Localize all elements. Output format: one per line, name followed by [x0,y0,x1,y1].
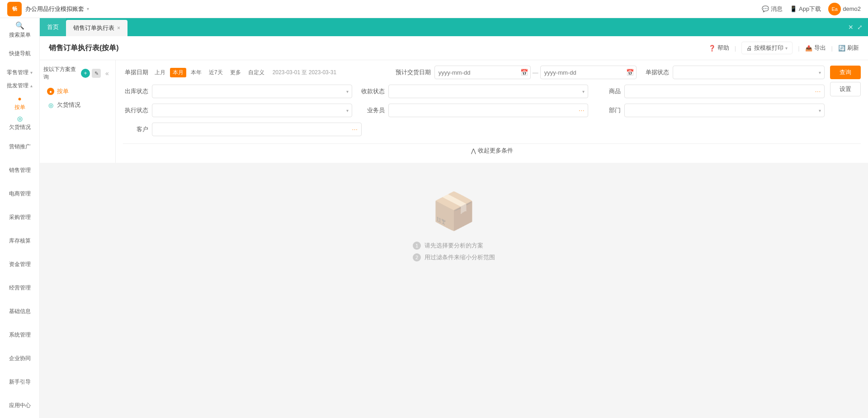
filter-plan-title: 按以下方案查询 + ✎ « [43,66,112,81]
date-tab-thisyear[interactable]: 本年 [188,68,204,77]
chevron-up-icon: ▴ [30,83,33,88]
app-selector-arrow-icon: ▾ [87,6,89,11]
sidebar-item-wholesale[interactable]: 批发管理 ▴ [0,78,39,91]
sidebar-item-capital[interactable]: 资金管理 [0,252,39,276]
close-window-icon[interactable]: ✕ [848,24,854,31]
app-logo: 畅 [7,2,22,16]
refresh-icon: 🔄 [838,45,845,52]
salesperson-control: ··· [388,104,589,117]
sidebar-item-ecommerce[interactable]: 电商管理 [0,182,39,205]
execstatus-label: 执行状态 [123,106,148,114]
filter-item-execstatus: 执行状态 ▾ [123,104,352,117]
date-tab-custom[interactable]: 自定义 [245,68,267,77]
tab-close-icon[interactable]: × [117,25,120,31]
sidebar-item-sales[interactable]: 销售管理 [0,158,39,182]
empty-illustration: 📦 [431,190,476,233]
filter-area: 按以下方案查询 + ✎ « ● 按单 ◎ [40,60,868,163]
press-order-icon: ● [18,95,21,102]
plan-icon-press-order: ● [47,88,54,95]
sidebar-item-apps[interactable]: 应用中心 [0,394,39,417]
empty-tips: 1 请先选择要分析的方案 2 用过滤条件来缩小分析范围 [413,242,495,261]
main-layout: 🔍 搜索菜单 快捷导航 零售管理 ▾ 批发管理 ▴ ● 按单 [0,18,868,418]
plan-item-press-order[interactable]: ● 按单 [43,85,112,98]
app-download-button[interactable]: 📱 App下载 [790,5,821,13]
collapse-icon: ⋀ [471,147,476,154]
sidebar-item-search[interactable]: 🔍 搜索菜单 [0,18,39,42]
sidebar-item-basicinfo[interactable]: 基础信息 [0,299,39,323]
empty-state: 📦 1 请先选择要分析的方案 2 用过滤条件来缩小分析范围 [40,163,868,289]
sidebar-item-marketing[interactable]: 营销推广 [0,135,39,158]
delivery-label: 出库状态 [123,87,148,95]
help-button[interactable]: ❓ 帮助 [708,44,729,52]
message-button[interactable]: 💬 消息 [762,5,783,13]
filter-wrapper: 按以下方案查询 + ✎ « ● 按单 ◎ [40,60,868,163]
sidebar-item-press-order[interactable]: ● 按单 [4,93,36,113]
query-button[interactable]: 查询 [830,66,861,79]
delivery-control: ▾ [152,85,352,98]
filter-sidebar-actions: + ✎ « [81,69,112,78]
topbar-left: 畅 办公用品行业模拟账套 ▾ [7,2,89,16]
sidebar-group-wholesale: 批发管理 ▴ [0,78,39,91]
empty-tip-2: 2 用过滤条件来缩小分析范围 [413,253,495,261]
goods-label: 商品 [595,87,621,95]
edit-plan-button[interactable]: ✎ [92,69,101,78]
docstatus-control: ▾ [673,66,825,79]
setting-button[interactable]: 设置 [830,82,861,96]
add-plan-button[interactable]: + [81,69,90,78]
date-tab-7days[interactable]: 近7天 [206,68,226,77]
execstatus-select[interactable] [152,104,352,117]
user-menu[interactable]: Ea demo2 [828,3,861,15]
sidebar: 🔍 搜索菜单 快捷导航 零售管理 ▾ 批发管理 ▴ ● 按单 [0,18,40,418]
goods-input[interactable] [624,85,825,98]
docdate-label: 单据日期 [123,68,148,76]
filter-item-salesperson: 业务员 ··· [359,104,589,117]
export-button[interactable]: 📤 导出 [805,44,826,52]
docstatus-select[interactable] [673,66,825,79]
salesperson-label: 业务员 [359,106,385,114]
filter-plan-sidebar: 按以下方案查询 + ✎ « ● 按单 ◎ [40,60,116,163]
payment-select[interactable] [388,85,589,98]
collapse-button[interactable]: ⋀ 收起更多条件 [123,143,861,157]
sidebar-item-quicknav[interactable]: 快捷导航 [0,42,39,65]
plan-item-arrears[interactable]: ◎ 欠货情况 [43,98,112,112]
tab-home[interactable]: 首页 [40,18,66,36]
sidebar-item-arrears[interactable]: ◎ 欠货情况 [4,113,36,133]
date-tab-thismonth[interactable]: 本月 [170,68,186,77]
sidebar-item-retail[interactable]: 零售管理 ▾ [0,65,39,78]
help-icon: ❓ [708,45,716,52]
filter-fields: 单据日期 上月 本月 本年 近7天 更多 自定义 [123,66,825,142]
expand-window-icon[interactable]: ⤢ [857,24,863,31]
delivery-select[interactable] [152,85,352,98]
export-icon: 📤 [805,45,812,52]
sidebar-item-system[interactable]: 系统管理 [0,323,39,347]
page-header-actions: ❓ 帮助 | 🖨 按模板打印 ▾ | 📤 导出 | [708,42,859,54]
dept-select[interactable] [624,104,825,117]
date-tabs: 上月 本月 本年 近7天 更多 自定义 [152,68,267,77]
sidebar-group-retail: 零售管理 ▾ [0,65,39,78]
customer-input[interactable] [152,123,362,136]
date-tab-more[interactable]: 更多 [227,68,244,77]
app-selector[interactable]: 办公用品行业模拟账套 ▾ [25,5,89,13]
date-range-display: 2023-03-01 至 2023-03-31 [273,69,336,76]
filter-item-expecteddate: 预计交货日期 📅 — [396,66,637,79]
expected-date-end[interactable] [540,66,637,79]
sidebar-item-newbie[interactable]: 新手引导 [0,370,39,394]
expected-date-start[interactable] [434,66,531,79]
empty-tip-1: 1 请先选择要分析的方案 [413,242,495,250]
salesperson-input[interactable] [388,104,589,117]
date-tab-lastmonth[interactable]: 上月 [152,68,168,77]
date-separator: — [533,69,538,76]
sidebar-item-operations[interactable]: 经营管理 [0,276,39,299]
collapse-plan-button[interactable]: « [103,69,112,78]
chevron-down-icon: ▾ [30,70,33,75]
filter-item-customer: 客户 ··· [123,123,362,136]
print-button[interactable]: 🖨 按模板打印 ▾ [741,42,793,54]
sidebar-item-inventory[interactable]: 库存核算 [0,229,39,252]
sidebar-item-enterprise[interactable]: 企业协同 [0,347,39,370]
tabbar: 首页 销售订单执行表 × ✕ ⤢ [40,18,868,36]
filter-item-payment: 收款状态 ▾ [359,85,589,98]
refresh-button[interactable]: 🔄 刷新 [838,44,859,52]
tab-sales-exec[interactable]: 销售订单执行表 × [66,20,127,36]
sidebar-item-purchase[interactable]: 采购管理 [0,205,39,229]
customer-control: ··· [152,123,362,136]
